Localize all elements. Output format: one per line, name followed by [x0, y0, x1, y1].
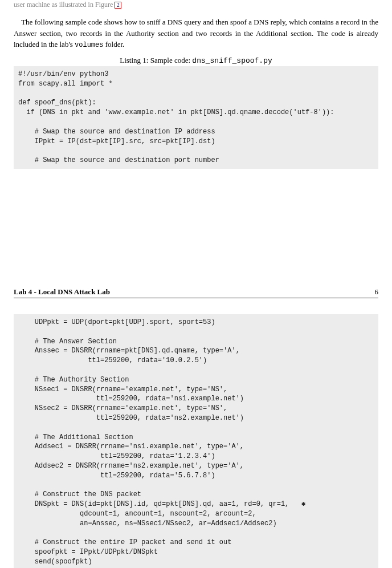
figure-ref-box: 2 [115, 2, 121, 9]
listing-label: Listing 1: Sample code: [120, 56, 192, 64]
intro-paragraph: The following sample code shows how to s… [14, 17, 378, 50]
page-header-title: Lab 4 - Local DNS Attack Lab [14, 287, 110, 297]
page-header-number: 6 [375, 287, 379, 297]
intro-text-1b: folder. [103, 40, 124, 48]
code-block-1: #!/usr/bin/env python3 from scapy.all im… [14, 66, 378, 169]
intro-text-1: The following sample code shows how to s… [14, 18, 378, 48]
figure-reference-line: user machine as illustrated in Figure 2 [14, 0, 378, 9]
code-block-2: UDPpkt = UDP(dport=pkt[UDP].sport, sport… [14, 314, 378, 568]
page-break-gap [0, 171, 392, 285]
page-header: Lab 4 - Local DNS Attack Lab 6 [14, 285, 378, 298]
truncated-text: user machine as illustrated in Figure [14, 1, 115, 9]
listing-filename: dns_sniff_spoof.py [192, 56, 272, 65]
listing-caption: Listing 1: Sample code: dns_sniff_spoof.… [14, 56, 378, 65]
inline-code-volumes: volumes [75, 41, 103, 49]
